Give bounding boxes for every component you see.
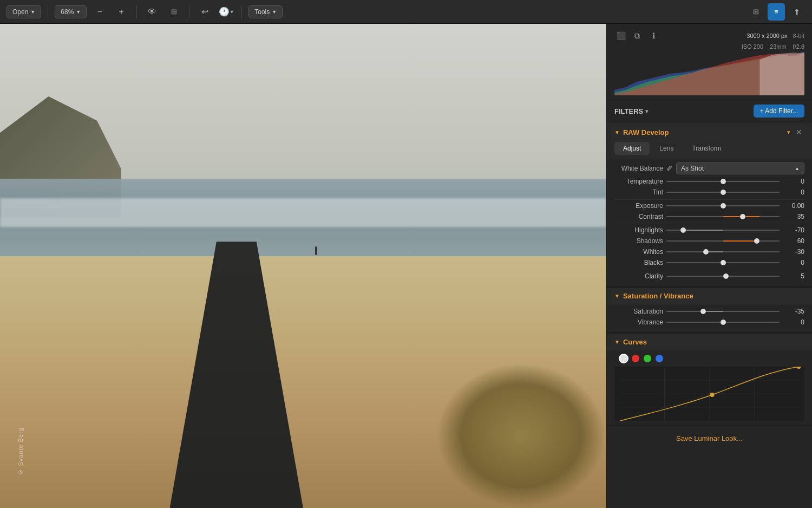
svg-point-7 [710,393,715,397]
clarity-label: Clarity [614,272,663,280]
export-button[interactable]: ⬆ [788,3,806,21]
tab-adjust[interactable]: Adjust [614,142,650,155]
zoom-plus-icon: + [119,7,124,17]
shadows-thumb[interactable] [754,238,759,244]
highlights-label: Highlights [614,226,663,234]
blacks-thumb[interactable] [721,260,726,265]
svg-point-8 [797,367,801,369]
whites-slider[interactable] [666,248,780,256]
vibrance-track [666,322,780,323]
shadows-track [666,240,780,242]
panel-view-button[interactable]: ≡ [768,3,785,21]
exposure-track [666,205,780,206]
exif-iso: ISO 200 [742,43,763,50]
shadows-row: Shadows 60 [614,237,804,245]
tint-label: Tint [614,188,663,196]
tools-button[interactable]: Tools ▼ [248,5,283,18]
temperature-thumb[interactable] [721,179,726,184]
zoom-value: 68% [61,8,74,16]
contrast-row: Contrast 35 [614,213,804,220]
highlights-slider[interactable] [666,226,780,234]
preview-button[interactable]: 👁 [143,3,161,21]
contrast-slider[interactable] [666,213,780,220]
zoom-display[interactable]: 68% ▼ [55,5,87,18]
tools-chevron-icon: ▼ [272,9,277,15]
curves-header[interactable]: ▼ Curves [607,333,812,350]
blacks-track [666,262,780,263]
tint-thumb[interactable] [721,190,726,195]
add-filter-button[interactable]: + Add Filter... [754,105,804,118]
image-dimensions: 3000 x 2000 px [746,32,787,39]
shadows-label: Shadows [614,237,663,245]
save-luminar-look-button[interactable]: Save Luminar Look... [614,430,804,447]
tab-lens[interactable]: Lens [651,142,682,155]
history-button[interactable]: 🕐 ▼ [218,3,235,21]
layers-icon-btn[interactable]: ⧉ [631,29,644,42]
eyedropper-icon[interactable]: ✐ [666,164,673,173]
blacks-value: 0 [783,259,804,266]
whites-thumb[interactable] [703,249,709,255]
curves-graph[interactable] [614,367,804,421]
white-balance-select[interactable]: As Shot ▲ [676,162,804,174]
histogram-graph [614,52,804,95]
clarity-thumb[interactable] [723,273,729,279]
blacks-slider[interactable] [666,259,780,266]
temperature-slider[interactable] [666,178,780,185]
undo-button[interactable]: ↩ [196,3,213,21]
contrast-track [666,216,780,217]
highlights-track [666,230,780,231]
exposure-slider[interactable] [666,202,780,210]
exposure-thumb[interactable] [721,203,726,209]
white-balance-row: White Balance ✐ As Shot ▲ [614,162,804,174]
zoom-chevron-icon: ▼ [76,9,81,15]
curves-red-channel[interactable] [632,355,639,362]
histogram-icon-btn[interactable]: ⬛ [614,29,627,42]
shadows-slider[interactable] [666,237,780,245]
tint-slider[interactable] [666,188,780,196]
contrast-thumb[interactable] [740,214,745,219]
filters-title[interactable]: FILTERS ▾ [614,107,648,115]
saturation-row: Saturation -35 [614,308,804,315]
white-balance-section: White Balance ✐ As Shot ▲ Temperature [607,159,812,286]
curves-blue-channel[interactable] [656,355,663,362]
saturation-vibrance-header[interactable]: ▼ Saturation / Vibrance [607,287,812,304]
histogram-area: ⬛ ⧉ ℹ 3000 x 2000 px 8-bit ISO 200 23mm … [607,24,812,100]
highlights-fill [683,230,723,231]
watermark: © Svante Berg [17,427,24,476]
exif-aperture: f/2.8 [793,43,804,50]
raw-develop-close-icon[interactable]: ✕ [794,127,804,138]
saturation-thumb[interactable] [700,309,706,314]
vibrance-thumb[interactable] [721,320,726,325]
highlights-thumb[interactable] [680,227,686,233]
zoom-out-button[interactable]: − [91,3,108,21]
curves-white-channel[interactable] [620,355,627,362]
zoom-in-button[interactable]: + [113,3,130,21]
vibrance-slider[interactable] [666,318,780,326]
main-area: © Svante Berg ⬛ ⧉ ℹ 3000 x 2000 px 8-bit… [0,24,812,508]
separator2 [136,5,137,18]
raw-develop-dropdown-icon[interactable]: ▾ [787,129,790,136]
info-icon-btn[interactable]: ℹ [647,29,660,42]
panel-icon: ≡ [774,8,778,16]
temperature-track [666,181,780,182]
whites-label: Whites [614,248,663,256]
saturation-track [666,311,780,312]
white-balance-label: White Balance [614,165,663,172]
export-icon: ⬆ [794,8,800,16]
canvas-area[interactable]: © Svante Berg [0,24,606,508]
curves-green-channel[interactable] [644,355,651,362]
collapse-arrow-icon[interactable]: ▼ [614,129,620,135]
contrast-value: 35 [783,213,804,220]
open-button[interactable]: Open ▼ [6,5,41,18]
whites-row: Whites -30 [614,248,804,256]
grid-view-button[interactable]: ⊞ [747,3,764,21]
separator4 [241,5,242,18]
open-label: Open [12,8,28,16]
clarity-slider[interactable] [666,272,780,280]
grasses [436,363,606,508]
compare-button[interactable]: ⊞ [165,3,182,21]
clarity-row: Clarity 5 [614,272,804,280]
highlights-row: Highlights -70 [614,226,804,234]
saturation-slider[interactable] [666,308,780,315]
tab-transform[interactable]: Transform [683,142,730,155]
